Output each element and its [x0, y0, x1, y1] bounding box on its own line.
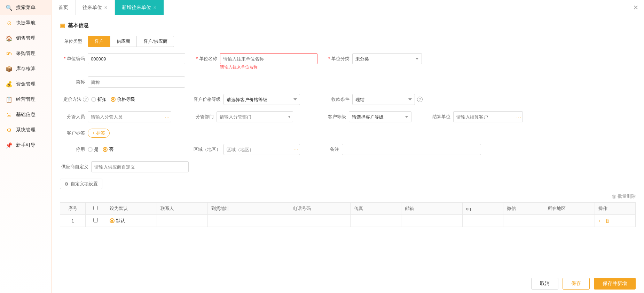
- disabled-no-radio[interactable]: 否: [103, 146, 113, 153]
- region-dots-btn[interactable]: ···: [293, 147, 299, 152]
- save-new-button[interactable]: 保存并新增: [594, 278, 636, 290]
- custom-settings-button[interactable]: ⚙ 自定义项设置: [60, 179, 102, 189]
- col-checkbox: [86, 203, 106, 215]
- cell-contact: [157, 215, 207, 227]
- default-radio-item[interactable]: 默认: [110, 218, 153, 224]
- section-icon: ▣: [60, 22, 65, 29]
- section-title: ▣ 基本信息: [60, 22, 636, 29]
- sidebar-item-sales[interactable]: 🏠 销售管理: [0, 31, 51, 46]
- manager-row: 分管人员 ··· 分管部门 ▾ 客户等级: [60, 111, 636, 122]
- disabled-yes-radio[interactable]: 是: [88, 146, 99, 153]
- unit-code-label: 单位编码: [60, 56, 88, 62]
- sidebar-item-guide[interactable]: 📌 新手引导: [0, 138, 51, 153]
- unit-type-row: 单位类型 客户 供应商 客户/供应商: [60, 36, 636, 47]
- sidebar-label-operations: 经营管理: [16, 96, 36, 103]
- system-icon: ⚙: [6, 127, 13, 133]
- sidebar-item-finance[interactable]: 💰 资金管理: [0, 76, 51, 92]
- delete-row-btn[interactable]: 🗑: [605, 218, 610, 223]
- settlement-unit-label: 结算单位: [429, 114, 453, 120]
- type-btn-customer[interactable]: 客户: [88, 36, 110, 47]
- sidebar-item-purchase[interactable]: 🛍 采购管理: [0, 46, 51, 61]
- main-close-button[interactable]: ✕: [628, 4, 644, 11]
- payment-terms-select[interactable]: 现结: [352, 94, 415, 105]
- sidebar-label-inventory: 库存核算: [16, 66, 36, 72]
- tab-new-partner-close[interactable]: ✕: [153, 5, 157, 10]
- contact-table-section: 🗑 批量删除 序号 设为默认 联系人 到货地址 电话号码 传真: [60, 193, 636, 227]
- type-btn-both[interactable]: 客户/供应商: [137, 36, 174, 47]
- tab-partner-close[interactable]: ✕: [104, 5, 108, 10]
- col-region: 所在地区: [544, 203, 595, 215]
- tab-home[interactable]: 首页: [52, 0, 76, 15]
- save-button[interactable]: 保存: [563, 278, 590, 290]
- sidebar-item-search[interactable]: 🔍 搜索菜单: [0, 0, 51, 15]
- add-row-btn[interactable]: +: [598, 218, 601, 223]
- region-label: 区域（地区）: [192, 146, 223, 153]
- sidebar-label-system: 系统管理: [16, 127, 36, 133]
- customer-tag-label: 客户标签: [60, 130, 88, 136]
- pricing-radio-group: 折扣 价格等级: [91, 96, 135, 103]
- batch-delete-btn[interactable]: 🗑 批量删除: [612, 193, 636, 200]
- tab-home-label: 首页: [58, 5, 68, 11]
- remarks-input[interactable]: [342, 144, 481, 155]
- cell-address: [208, 215, 289, 227]
- settlement-dots-btn[interactable]: ···: [516, 114, 521, 120]
- level-label: 价格等级: [117, 96, 135, 103]
- col-qq: qq: [462, 203, 503, 215]
- unit-name-input[interactable]: [220, 53, 317, 64]
- type-btn-supplier[interactable]: 供应商: [110, 36, 137, 47]
- tab-new-partner-label: 新增往来单位: [122, 5, 151, 11]
- customer-price-select[interactable]: 请选择客户价格等级: [223, 94, 300, 105]
- sidebar: 🔍 搜索菜单 ⊙ 快捷导航 🏠 销售管理 🛍 采购管理 📦 库存核算 💰 资金管…: [0, 0, 52, 293]
- sidebar-item-basic-info[interactable]: 🗂 基础信息: [0, 107, 51, 122]
- settlement-input[interactable]: [453, 111, 523, 122]
- level-radio-circle: [111, 97, 116, 102]
- col-email: 邮箱: [401, 203, 463, 215]
- row-checkbox[interactable]: [93, 218, 98, 222]
- manager-input-group: ···: [88, 111, 171, 122]
- disabled-label: 停用: [60, 146, 88, 153]
- manager-input[interactable]: [88, 111, 171, 122]
- add-tag-button[interactable]: + 标签: [88, 129, 110, 138]
- batch-delete-icon: 🗑: [612, 194, 616, 199]
- cell-region: [544, 215, 595, 227]
- cell-qq: [462, 215, 503, 227]
- disabled-no-label: 否: [109, 146, 113, 153]
- department-input[interactable]: [217, 111, 293, 122]
- unit-category-select[interactable]: 未分类: [352, 53, 422, 64]
- pricing-level-radio[interactable]: 价格等级: [111, 96, 135, 103]
- cancel-button[interactable]: 取消: [531, 278, 558, 290]
- abbr-input[interactable]: [88, 76, 185, 88]
- sidebar-item-quick-nav[interactable]: ⊙ 快捷导航: [0, 15, 51, 31]
- customer-level-wrapper: 请选择客户等级: [349, 111, 411, 122]
- cell-wechat: [503, 215, 544, 227]
- sidebar-item-system[interactable]: ⚙ 系统管理: [0, 122, 51, 138]
- sidebar-item-operations[interactable]: 📋 经营管理: [0, 92, 51, 107]
- contact-table: 序号 设为默认 联系人 到货地址 电话号码 传真 邮箱 qq 微信 所在地区 操…: [60, 202, 636, 227]
- tab-new-partner[interactable]: 新增往来单位 ✕: [115, 0, 164, 15]
- department-label: 分管部门: [192, 114, 217, 120]
- payment-terms-label: 收款条件: [324, 96, 352, 103]
- disabled-row: 停用 是 否 区域（地区）: [60, 144, 636, 155]
- col-phone: 电话号码: [289, 203, 351, 215]
- tab-partner-label: 往来单位: [83, 5, 102, 11]
- customer-level-select[interactable]: 请选择客户等级: [349, 111, 411, 122]
- manager-dots-btn[interactable]: ···: [165, 114, 170, 120]
- unit-name-label: 单位名称: [192, 56, 220, 62]
- tab-partner[interactable]: 往来单位 ✕: [76, 0, 115, 15]
- sidebar-item-inventory[interactable]: 📦 库存核算: [0, 61, 51, 76]
- pricing-help-icon[interactable]: ?: [83, 97, 88, 102]
- discount-radio-circle: [91, 97, 96, 102]
- sidebar-label-basic-info: 基础信息: [16, 112, 36, 118]
- unit-code-input[interactable]: [88, 53, 185, 64]
- customer-price-wrapper: 请选择客户价格等级: [223, 94, 300, 105]
- supplier-custom-label: 供应商自定义: [60, 164, 91, 170]
- supplier-custom-input[interactable]: [91, 161, 189, 172]
- select-all-checkbox[interactable]: [93, 206, 98, 210]
- disabled-radio-group: 是 否: [88, 146, 113, 153]
- unit-category-wrapper: 未分类: [352, 53, 422, 64]
- unit-name-error: 请输入往来单位名称: [220, 65, 258, 70]
- region-input[interactable]: [223, 144, 300, 155]
- unit-category-label: 单位分类: [324, 56, 352, 62]
- payment-help-icon[interactable]: ?: [417, 97, 423, 102]
- pricing-discount-radio[interactable]: 折扣: [91, 96, 107, 103]
